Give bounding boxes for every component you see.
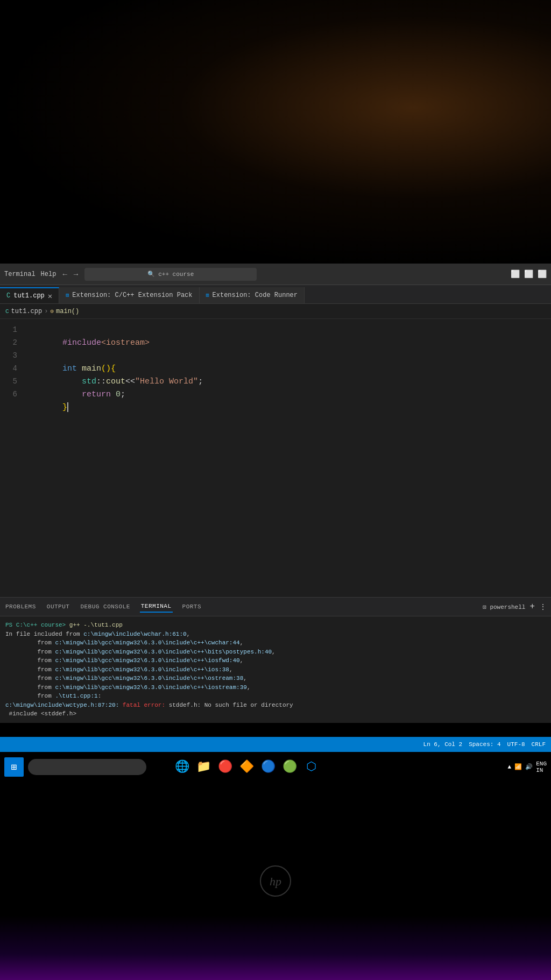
blue-app-icon: 🔵: [261, 759, 276, 774]
tab-problems[interactable]: PROBLEMS: [4, 601, 37, 612]
breadcrumb-symbol-icon: ⊙: [50, 308, 54, 315]
taskbar-folder[interactable]: 📁: [194, 757, 213, 777]
ambient-background: [0, 0, 551, 269]
taskbar-systray: ▲ 📶 🔊 ENGIN: [508, 761, 547, 773]
split-terminal-button[interactable]: ⋮: [539, 602, 547, 612]
code-line-4: 4 std::cout<<"Hello World";: [0, 362, 551, 375]
terminal-line-error: c:\mingw\include\wctype.h:87:20: fatal e…: [5, 701, 546, 710]
taskbar-green-app[interactable]: 🟢: [280, 757, 299, 777]
terminal-controls: ⊡ powershell + ⋮: [483, 602, 547, 612]
status-ln-col: Ln 6, Col 2: [423, 741, 463, 748]
terminal-panel: PROBLEMS OUTPUT DEBUG CONSOLE TERMINAL P…: [0, 597, 551, 723]
terminal-line-include: #include <stddef.h>: [5, 709, 546, 719]
taskbar-browser[interactable]: 🌐: [172, 757, 192, 777]
taskbar-search[interactable]: [28, 759, 146, 775]
explorer-icon: 🗂: [154, 759, 166, 774]
menu-terminal[interactable]: Terminal: [4, 271, 36, 278]
systray-up-arrow[interactable]: ▲: [508, 764, 512, 770]
green-app-icon: 🟢: [282, 759, 297, 774]
cpp-file-icon: C: [6, 292, 10, 300]
tab-output[interactable]: OUTPUT: [46, 601, 71, 612]
taskbar-vscode[interactable]: ⬡: [301, 757, 321, 777]
titlebar-menu: Terminal Help: [4, 271, 56, 278]
terminal-line-5: from c:\mingw\lib\gcc\mingw32\6.3.0\incl…: [5, 656, 546, 665]
terminal-line-3: from c:\mingw\lib\gcc\mingw32\6.3.0\incl…: [5, 638, 546, 648]
ext-icon-2: ⊞: [206, 292, 209, 299]
tab-ext-runner[interactable]: ⊞ Extension: Code Runner: [200, 287, 305, 303]
folder-icon: 📁: [196, 759, 211, 774]
search-icon: 🔍: [147, 271, 155, 278]
keyboard-glow: [0, 915, 551, 980]
hp-logo: hp: [259, 865, 292, 897]
yellow-app-icon: 🔶: [239, 759, 254, 774]
ext-icon-1: ⊞: [66, 292, 69, 299]
tab-ext-cpp[interactable]: ⊞ Extension: C/C++ Extension Pack: [59, 287, 199, 303]
terminal-line-4: from c:\mingw\lib\gcc\mingw32\6.3.0\incl…: [5, 648, 546, 657]
status-spaces: Spaces: 4: [469, 741, 500, 748]
nav-back[interactable]: ←: [60, 269, 69, 280]
status-encoding: UTF-8: [507, 741, 525, 748]
windows-icon: ⊞: [11, 761, 17, 773]
terminal-line-9: from .\tut1.cpp:1:: [5, 692, 546, 701]
breadcrumb-file-icon: C: [5, 308, 9, 315]
terminal-line-8: from c:\mingw\lib\gcc\mingw32\6.3.0\incl…: [5, 683, 546, 692]
titlebar: Terminal Help ← → 🔍 c++ course ⬜ ⬜ ⬜: [0, 264, 551, 285]
status-bar-right: Ln 6, Col 2 Spaces: 4 UTF-8 CRLF: [423, 741, 546, 748]
titlebar-nav: ← →: [60, 269, 80, 280]
nav-forward[interactable]: →: [72, 269, 80, 280]
vscode-icon: ⬡: [306, 759, 316, 774]
maximize-icon[interactable]: ⬜: [524, 269, 533, 279]
powershell-label: ⊡ powershell: [483, 603, 525, 610]
systray-wifi[interactable]: 📶: [514, 763, 522, 770]
minimize-icon[interactable]: ⬜: [511, 269, 520, 279]
code-line-5: 5 return 0;: [0, 375, 551, 388]
menu-help[interactable]: Help: [41, 271, 56, 278]
tab-debug-console[interactable]: DEBUG CONSOLE: [79, 601, 131, 612]
terminal-content[interactable]: PS C:\c++ course> g++ -.\tut1.cpp In fil…: [0, 616, 551, 723]
add-terminal-button[interactable]: +: [529, 602, 535, 612]
tab-tut1cpp[interactable]: C tut1.cpp ✕: [0, 287, 59, 303]
taskbar-blue-app[interactable]: 🔵: [258, 757, 278, 777]
systray-volume[interactable]: 🔊: [525, 763, 533, 770]
titlebar-search[interactable]: 🔍 c++ course: [84, 268, 257, 281]
red-app-icon: 🔴: [218, 759, 232, 774]
status-bar: Ln 6, Col 2 Spaces: 4 UTF-8 CRLF: [0, 737, 551, 752]
taskbar-explorer[interactable]: 🗂: [151, 757, 170, 777]
titlebar-window-controls: ⬜ ⬜ ⬜: [511, 269, 547, 279]
close-icon[interactable]: ⬜: [538, 269, 547, 279]
code-line-3: 3 int main(){: [0, 349, 551, 362]
status-eol: CRLF: [532, 741, 546, 748]
terminal-line-7: from c:\mingw\lib\gcc\mingw32\6.3.0\incl…: [5, 674, 546, 683]
browser-icon: 🌐: [175, 759, 189, 774]
taskbar: ⊞ 🗂 🌐 📁 🔴 🔶 🔵 🟢 ⬡ ▲ 📶 🔊 ENGIN: [0, 752, 551, 782]
terminal-line-6: from c:\mingw\lib\gcc\mingw32\6.3.0\incl…: [5, 665, 546, 674]
terminal-line-1: PS C:\c++ course> g++ -.\tut1.cpp: [5, 621, 546, 630]
tab-close-tut1cpp[interactable]: ✕: [48, 292, 52, 301]
editor-area[interactable]: 1 #include<iostream> 2 3 int main(){ 4 s…: [0, 319, 551, 486]
systray-lang: ENGIN: [536, 761, 547, 773]
svg-text:hp: hp: [270, 875, 281, 888]
breadcrumb: C tut1.cpp › ⊙ main(): [0, 304, 551, 319]
start-button[interactable]: ⊞: [4, 757, 24, 777]
taskbar-yellow-app[interactable]: 🔶: [237, 757, 256, 777]
terminal-tabs-bar: PROBLEMS OUTPUT DEBUG CONSOLE TERMINAL P…: [0, 598, 551, 616]
vscode-window: Terminal Help ← → 🔍 c++ course ⬜ ⬜ ⬜ C t…: [0, 264, 551, 597]
tab-terminal[interactable]: TERMINAL: [140, 601, 173, 613]
terminal-line-2: In file included from c:\mingw\include\w…: [5, 630, 546, 639]
taskbar-red-app[interactable]: 🔴: [215, 757, 235, 777]
tab-ports[interactable]: PORTS: [181, 601, 203, 612]
code-line-1: 1 #include<iostream>: [0, 323, 551, 336]
tabs-bar: C tut1.cpp ✕ ⊞ Extension: C/C++ Extensio…: [0, 285, 551, 304]
